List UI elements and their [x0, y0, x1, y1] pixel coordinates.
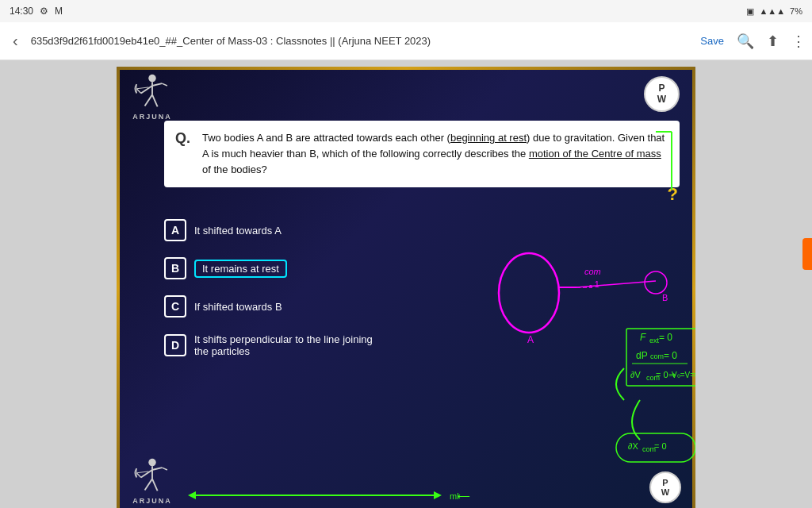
archer-figure-top: [132, 73, 172, 113]
option-a-row: A It shifted towards A: [164, 219, 386, 241]
option-c-row: C If shifted towards B: [164, 295, 386, 318]
svg-line-3: [136, 89, 141, 94]
more-button[interactable]: ⋮: [791, 33, 806, 50]
arjuna-label-top: ARJUNA: [132, 113, 172, 121]
svg-line-47: [152, 468, 162, 470]
back-button[interactable]: ‹: [6, 29, 25, 53]
pw-logo-text: PW: [657, 83, 666, 104]
svg-line-49: [145, 479, 152, 490]
pw-logo-bottom: PW: [649, 471, 681, 503]
svg-line-46: [136, 473, 141, 478]
question-mark-decoration: ?: [668, 184, 678, 205]
share-button[interactable]: ⬆: [767, 33, 779, 50]
nav-title: 635d3f9d2f61fd0019eb41e0_##_Center of Ma…: [31, 35, 695, 47]
signal-icon: ▲▲▲: [759, 6, 785, 16]
question-label: Q.: [175, 130, 194, 178]
svg-line-2: [141, 86, 152, 93]
gold-border-top: [117, 67, 695, 70]
beginning-at-rest-text: beginning at rest: [450, 132, 527, 144]
arjuna-logo-top: ARJUNA: [132, 73, 172, 121]
svg-line-5: [162, 83, 167, 86]
svg-line-52: [136, 471, 148, 473]
option-b-text: It remains at rest: [194, 260, 287, 278]
orange-tab[interactable]: [802, 238, 812, 270]
option-c-text: If shifted towards B: [194, 301, 282, 313]
question-text: Two bodies A and B are attracted towards…: [202, 130, 668, 178]
option-d-letter: D: [164, 334, 186, 356]
svg-line-4: [152, 83, 162, 86]
arjuna-logo-bottom: ARJUNA: [132, 457, 172, 505]
svg-line-48: [162, 468, 167, 470]
arjuna-label-bottom: ARJUNA: [132, 497, 172, 505]
nav-bar: ‹ 635d3f9d2f61fd0019eb41e0_##_Center of …: [0, 22, 812, 60]
svg-line-50: [152, 479, 158, 491]
pw-logo-bottom-text: PW: [661, 478, 669, 497]
svg-line-45: [141, 470, 152, 477]
option-b-row: B It remains at rest: [164, 257, 386, 279]
question-box: Q. Two bodies A and B are attracted towa…: [164, 121, 680, 187]
option-b-letter: B: [164, 257, 186, 279]
search-button[interactable]: 🔍: [737, 33, 754, 50]
motion-text: motion of the Centre of mass: [529, 148, 661, 160]
option-a-text: It shifted towards A: [194, 225, 282, 237]
status-bar: 14:30 ⚙ M ▣ ▲▲▲ 7%: [0, 0, 812, 22]
nav-actions: Save 🔍 ⬆ ⋮: [700, 33, 806, 50]
svg-line-9: [136, 87, 148, 89]
options-area: A It shifted towards A B It remains at r…: [164, 219, 386, 373]
option-a-letter: A: [164, 219, 186, 241]
gold-border-right: [692, 67, 695, 508]
content-area: ARJUNA PW Q. Two bodies A and B are attr…: [0, 60, 812, 508]
gold-border-left: [117, 67, 120, 508]
svg-line-7: [152, 94, 158, 106]
save-button[interactable]: Save: [700, 35, 724, 47]
option-d-row: D It shifts perpendicular to the line jo…: [164, 333, 386, 357]
option-d-text: It shifts perpendicular to the line join…: [194, 333, 386, 357]
settings-icon: ⚙: [40, 6, 48, 17]
svg-point-43: [148, 459, 155, 466]
battery-percent: 7%: [790, 6, 802, 16]
option-c-letter: C: [164, 295, 186, 318]
pw-logo-top: PW: [644, 76, 680, 112]
svg-point-0: [148, 75, 155, 82]
battery-icon: ▣: [746, 6, 754, 17]
email-icon: M: [55, 6, 63, 17]
archer-figure-bottom: [132, 457, 172, 497]
time-display: 14:30: [10, 6, 33, 17]
svg-line-6: [145, 94, 152, 106]
slide: ARJUNA PW Q. Two bodies A and B are attr…: [117, 67, 695, 508]
